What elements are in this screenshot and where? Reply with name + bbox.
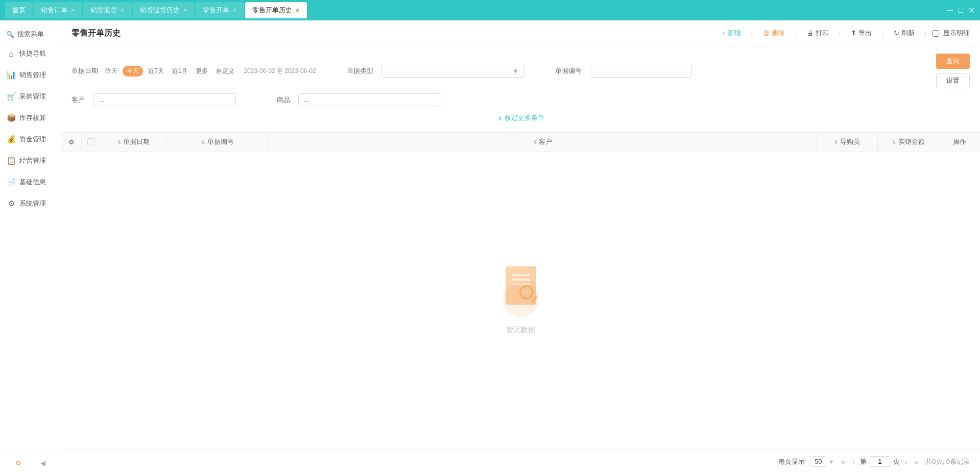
top-tabbar: 首页 销售订单 ✕ 销货退货 ✕ 销货退货历史 ✕ 零售开单 ✕ 零售开单历史 … — [0, 0, 980, 20]
page-suffix: 页 — [893, 457, 900, 466]
window-controls: ─ □ ✕ — [947, 6, 975, 15]
sidebar-item-sales-mgmt[interactable]: 📊 销售管理 — [0, 64, 61, 86]
bill-type-label: 单据类型 — [347, 66, 373, 76]
sidebar-item-system[interactable]: ⚙ 系统管理 — [0, 193, 61, 214]
page-number-input[interactable] — [870, 456, 890, 467]
tab-sales-return-history[interactable]: 销货退货历史 ✕ — [133, 2, 195, 18]
illus-circle — [503, 282, 539, 317]
collapse-label: 收起更多条件 — [505, 113, 544, 122]
goods-field: 商品 — [277, 93, 441, 106]
bill-no-label: 单据编号 — [555, 66, 582, 76]
empty-state: 暂无数据 — [61, 152, 980, 450]
th-settings[interactable]: ⚙ — [61, 133, 82, 151]
th-amount: ⇅ 实销金额 — [878, 133, 939, 151]
page-size-select[interactable]: 50 ▼ — [810, 456, 834, 467]
page-size-value[interactable]: 50 — [810, 456, 826, 467]
show-detail-label-text: 显示明细 — [943, 29, 970, 38]
filter-row-2: 客户 商品 — [71, 93, 970, 106]
th-checkbox[interactable] — [82, 133, 100, 151]
tab-sales-order[interactable]: 销售订单 ✕ — [34, 2, 82, 18]
sort-date-icon[interactable]: ⇅ — [117, 139, 121, 145]
bill-no-field: 单据编号 — [555, 65, 692, 78]
sidebar-item-quick-nav[interactable]: ⌂ 快捷导航 — [0, 43, 61, 64]
sidebar-item-inventory[interactable]: 📦 库存核算 — [0, 107, 61, 129]
sidebar-item-finance-label: 资金管理 — [19, 135, 46, 144]
page-title: 零售开单历史 — [71, 28, 121, 39]
filter-area: 单据日期 昨天 今天 近7天 近1月 更多 自定义 2023-06-02 至 2… — [61, 46, 980, 132]
bill-type-select[interactable]: ▼ — [381, 65, 524, 78]
purchase-icon: 🛒 — [7, 92, 15, 101]
add-button[interactable]: + 新增 — [718, 27, 745, 40]
search-icon: 🔍 — [6, 31, 14, 38]
prev-page-button[interactable]: ‹ — [850, 457, 857, 467]
select-all-checkbox[interactable] — [87, 138, 94, 145]
date-btn-7days[interactable]: 近7天 — [145, 66, 167, 77]
sidebar-search-label: 搜索采单 — [17, 30, 44, 39]
sidebar-item-quick-nav-label: 快捷导航 — [19, 49, 46, 58]
tab-retail-open-close[interactable]: ✕ — [232, 7, 237, 14]
sort-guide-icon[interactable]: ⇅ — [834, 139, 838, 145]
setting-button[interactable]: 设置 — [936, 73, 970, 88]
sort-customer-icon[interactable]: ⇅ — [533, 139, 537, 145]
sort-bill-no-icon[interactable]: ⇅ — [201, 139, 205, 145]
minimize-button[interactable]: ─ — [947, 6, 953, 15]
query-button[interactable]: 查询 — [936, 54, 970, 69]
date-btn-more[interactable]: 更多 — [193, 66, 211, 77]
tab-retail-open-history-close[interactable]: ✕ — [295, 7, 300, 14]
sidebar-item-operations[interactable]: 📋 经营管理 — [0, 150, 61, 171]
show-detail-checkbox[interactable] — [933, 30, 939, 37]
close-button[interactable]: ✕ — [968, 6, 975, 15]
tab-sales-return[interactable]: 销货退货 ✕ — [83, 2, 132, 18]
tab-retail-open[interactable]: 零售开单 ✕ — [196, 2, 244, 18]
tab-sales-return-close[interactable]: ✕ — [120, 7, 125, 14]
table-area: ⚙ ⇅ 单据日期 ⇅ 单据编号 ⇅ 客户 ⇅ — [61, 132, 980, 450]
sidebar-item-sales-mgmt-label: 销售管理 — [19, 70, 46, 80]
date-filter-field: 单据日期 昨天 今天 近7天 近1月 更多 自定义 2023-06-02 至 2… — [71, 66, 316, 77]
sidebar-item-system-label: 系统管理 — [19, 199, 46, 208]
first-page-button[interactable]: « — [839, 457, 847, 467]
page-prefix: 第 — [860, 457, 867, 466]
th-guide: ⇅ 导购员 — [817, 133, 878, 151]
delete-button[interactable]: 🗑 删除 — [759, 27, 789, 40]
tab-sales-order-close[interactable]: ✕ — [70, 7, 75, 14]
tab-retail-open-history-label: 零售开单历史 — [252, 6, 292, 15]
refresh-button[interactable]: ↻ 刷新 — [890, 27, 919, 40]
sidebar-item-basic-info[interactable]: 📄 基础信息 — [0, 171, 61, 193]
per-page-label: 每页显示 — [778, 457, 805, 466]
last-page-button[interactable]: » — [913, 457, 921, 467]
tab-retail-open-history[interactable]: 零售开单历史 ✕ — [245, 2, 307, 18]
date-btn-1month[interactable]: 近1月 — [169, 66, 191, 77]
settings-icon[interactable]: ⚙ — [15, 459, 21, 467]
illus-line-2 — [512, 279, 530, 281]
header-actions: + 新增 | 🗑 删除 | 🖨 打印 | ⬆ 导出 | ↻ 刷新 | 显示明细 — [718, 27, 970, 40]
basic-info-icon: 📄 — [7, 178, 15, 186]
sort-amount-icon[interactable]: ⇅ — [892, 139, 896, 145]
sidebar-item-finance[interactable]: 💰 资金管理 — [0, 129, 61, 150]
date-btn-custom[interactable]: 自定义 — [213, 66, 237, 77]
total-info: 共0页, 0条记录 — [925, 457, 970, 466]
date-btn-today[interactable]: 今天 — [123, 66, 143, 77]
th-customer: ⇅ 客户 — [269, 133, 817, 151]
inventory-icon: 📦 — [7, 114, 15, 122]
sidebar-item-purchase-mgmt[interactable]: 🛒 采购管理 — [0, 86, 61, 107]
collapse-more-button[interactable]: ∧ 收起更多条件 — [497, 113, 544, 122]
content-area: 零售开单历史 + 新增 | 🗑 删除 | 🖨 打印 | ⬆ 导出 | ↻ 刷新 … — [61, 20, 980, 473]
settings-col-icon: ⚙ — [68, 138, 75, 146]
empty-illustration — [495, 266, 546, 317]
date-btn-yesterday[interactable]: 昨天 — [102, 66, 121, 77]
show-detail-toggle[interactable]: 显示明细 — [933, 29, 970, 38]
goods-input[interactable] — [298, 93, 441, 106]
print-button[interactable]: 🖨 打印 — [803, 27, 833, 40]
tab-sales-return-history-close[interactable]: ✕ — [183, 7, 187, 14]
collapse-icon[interactable]: ◀ — [40, 459, 45, 467]
expand-row: ∧ 收起更多条件 — [71, 111, 970, 125]
sidebar-search[interactable]: 🔍 搜索采单 — [0, 26, 61, 43]
th-op: 操作 — [939, 133, 980, 151]
tab-home[interactable]: 首页 — [5, 2, 33, 18]
next-page-button[interactable]: › — [903, 457, 910, 467]
export-button[interactable]: ⬆ 导出 — [847, 27, 876, 40]
customer-input[interactable] — [93, 93, 236, 106]
bill-no-input[interactable] — [590, 65, 692, 78]
maximize-button[interactable]: □ — [958, 6, 963, 15]
goods-label: 商品 — [277, 95, 290, 105]
